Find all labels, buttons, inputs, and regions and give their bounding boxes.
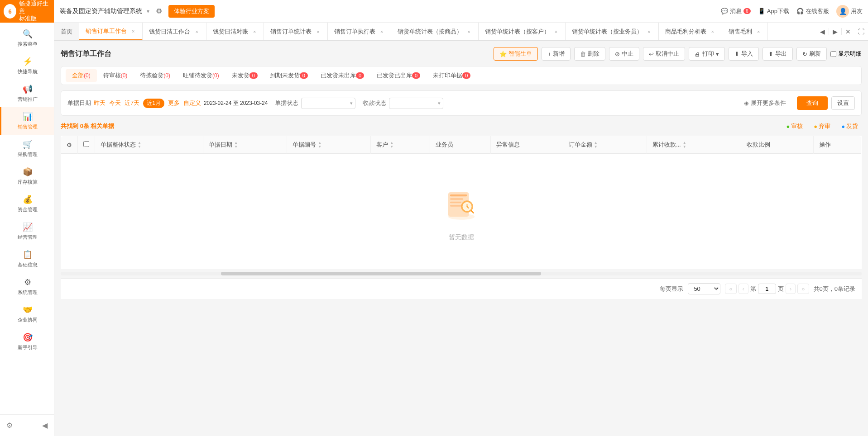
reset-btn[interactable]: 设置 xyxy=(831,96,855,110)
user-menu[interactable]: 👤 用友 xyxy=(836,5,863,18)
date-option-近7天[interactable]: 近7天 xyxy=(125,99,139,107)
tab-cash-daily[interactable]: 钱货日清工作台× xyxy=(143,23,206,40)
show-detail-checkbox[interactable] xyxy=(830,51,836,57)
sidebar-item-basic-info[interactable]: 📋基础信息 xyxy=(0,245,54,273)
sidebar-item-search[interactable]: 🔍搜索菜单 xyxy=(0,24,54,52)
sub-tab-not-printed[interactable]: 未打印单据0 xyxy=(427,69,477,82)
next-page-btn[interactable]: › xyxy=(786,284,796,294)
tab-close-sales-workbench[interactable]: × xyxy=(130,28,136,34)
sub-tab-pending-inspect[interactable]: 待拣验货(0) xyxy=(134,69,177,82)
app-download-btn[interactable]: 📱 App下载 xyxy=(758,7,789,15)
tab-close-cash-reconcile[interactable]: × xyxy=(252,28,257,35)
sidebar-item-purchase[interactable]: 🛒采购管理 xyxy=(0,135,54,162)
industry-btn[interactable]: 体验行业方案 xyxy=(168,5,215,18)
tab-prev-icon[interactable]: ◀ xyxy=(816,28,829,35)
query-btn[interactable]: 查询 xyxy=(797,96,828,110)
col-header-amount[interactable]: 订单金额▲▼ xyxy=(563,136,647,154)
tab-cash-reconcile[interactable]: 钱货日清对账× xyxy=(206,23,264,40)
select-all-checkbox[interactable] xyxy=(83,141,89,147)
cancel-stop-btn[interactable]: ↩ 取消中止 xyxy=(643,47,685,61)
col-header-number[interactable]: 单据编号▲▼ xyxy=(287,136,371,154)
sort-icon-collected[interactable]: ▲▼ xyxy=(683,141,686,149)
date-option-自定义[interactable]: 自定义 xyxy=(183,99,201,107)
revoke-btn[interactable]: ● 弃审 xyxy=(810,120,834,132)
tab-sales-stats-product[interactable]: 销货单统计表（按商品）× xyxy=(391,23,478,40)
tab-expand-icon[interactable]: ⛶ xyxy=(854,23,868,40)
tab-sales-stats-customer[interactable]: 销货单统计表（按客户）× xyxy=(479,23,566,40)
export-btn[interactable]: ⬆ 导出 xyxy=(762,47,793,61)
tab-next-icon[interactable]: ▶ xyxy=(829,28,842,35)
sub-tab-all[interactable]: 全部(0) xyxy=(66,69,97,82)
tab-close-gross-profit[interactable]: × xyxy=(710,28,715,35)
sidebar-item-inventory[interactable]: 📦库存核算 xyxy=(0,162,54,190)
scrollbar-thumb[interactable] xyxy=(221,272,542,275)
message-btn[interactable]: 💬 消息 6 xyxy=(721,7,751,15)
tab-order-execute[interactable]: 销售订单执行表× xyxy=(328,23,391,40)
tab-home[interactable]: 首页 xyxy=(54,23,79,40)
page-size-select[interactable]: 50 20 100 xyxy=(688,283,720,294)
status-select[interactable] xyxy=(301,98,355,109)
sort-icon-date[interactable]: ▲▼ xyxy=(234,141,238,149)
sub-tab-shop-pending-ship[interactable]: 旺铺待发货(0) xyxy=(177,69,225,82)
date-option-昨天[interactable]: 昨天 xyxy=(94,99,106,107)
audit-btn[interactable]: ● 审核 xyxy=(782,120,806,132)
smart-create-btn[interactable]: ⭐ 智能生单 xyxy=(494,47,538,61)
sidebar-item-system[interactable]: ⚙系统管理 xyxy=(0,273,54,300)
col-header-status[interactable]: 单据整体状态▲▼ xyxy=(95,136,203,154)
sidebar-item-quick-nav[interactable]: ⚡快捷导航 xyxy=(0,52,54,80)
add-btn[interactable]: + 新增 xyxy=(542,47,571,61)
sort-icon-amount[interactable]: ▲▼ xyxy=(594,141,598,149)
collapse-icon[interactable]: ◀ xyxy=(40,419,49,431)
ship-btn[interactable]: ● 发货 xyxy=(838,120,862,132)
sub-tab-not-shipped[interactable]: 未发货0 xyxy=(225,69,264,82)
sub-tab-pending-audit[interactable]: 待审核(0) xyxy=(97,69,134,82)
stop-btn[interactable]: ⊘ 中止 xyxy=(609,47,639,61)
expand-filter-btn[interactable]: ⊕ 展开更多条件 xyxy=(744,99,786,107)
sidebar-item-guide[interactable]: 🎯新手引导 xyxy=(0,328,54,355)
tab-sales-more[interactable]: 销售毛利× xyxy=(722,23,768,40)
tab-order-stats[interactable]: 销售订单统计表× xyxy=(264,23,327,40)
col-header-customer[interactable]: 客户▲▼ xyxy=(371,136,430,154)
show-detail-label[interactable]: 显示明细 xyxy=(830,50,862,58)
tab-sales-workbench[interactable]: 销售订单工作台× xyxy=(79,23,143,40)
tab-close-order-stats[interactable]: × xyxy=(315,28,321,35)
sort-icon-status[interactable]: ▲▼ xyxy=(138,141,141,149)
print-btn[interactable]: 🖨 打印 ▾ xyxy=(689,47,725,61)
sub-tab-shipped-not-warehoused[interactable]: 已发货未出库0 xyxy=(314,69,370,82)
tab-close-cash-daily[interactable]: × xyxy=(194,28,199,35)
sub-tab-expired-not-shipped[interactable]: 到期未发货0 xyxy=(264,69,314,82)
last-page-btn[interactable]: » xyxy=(797,284,809,294)
col-header-collected[interactable]: 累计收款...▲▼ xyxy=(647,136,741,154)
sort-icon-number[interactable]: ▲▼ xyxy=(318,141,321,149)
tab-close-order-execute[interactable]: × xyxy=(379,28,384,35)
col-header-date[interactable]: 单据日期▲▼ xyxy=(203,136,287,154)
payment-select[interactable] xyxy=(389,98,443,109)
tab-close-all-icon[interactable]: ✕ xyxy=(842,23,854,40)
date-option-今天[interactable]: 今天 xyxy=(109,99,121,107)
horizontal-scrollbar[interactable] xyxy=(61,272,862,275)
delete-btn[interactable]: 🗑 删除 xyxy=(574,47,605,61)
refresh-btn[interactable]: ↻ 刷新 xyxy=(796,47,827,61)
sidebar-item-enterprise[interactable]: 🤝企业协同 xyxy=(0,300,54,328)
sort-icon-customer[interactable]: ▲▼ xyxy=(390,141,393,149)
tab-close-sales-stats-staff[interactable]: × xyxy=(646,28,652,35)
tab-gross-profit[interactable]: 商品毛利分析表× xyxy=(659,23,722,40)
tab-sales-stats-staff[interactable]: 销货单统计表（按业务员）× xyxy=(566,23,658,40)
page-input[interactable] xyxy=(758,284,776,294)
sidebar-item-marketing[interactable]: 📢营销推广 xyxy=(0,80,54,107)
tab-close-sales-stats-customer[interactable]: × xyxy=(553,28,559,35)
sidebar-item-finance[interactable]: 💰资金管理 xyxy=(0,190,54,218)
date-option-更多[interactable]: 更多 xyxy=(168,99,180,107)
sidebar-item-sales[interactable]: 📊销售管理 xyxy=(0,107,54,135)
prev-page-btn[interactable]: ‹ xyxy=(739,284,748,294)
col-settings-icon[interactable]: ⚙ xyxy=(67,142,72,148)
tab-close-sales-more[interactable]: × xyxy=(756,28,761,35)
sidebar-item-operations[interactable]: 📈经营管理 xyxy=(0,218,54,245)
import-btn[interactable]: ⬇ 导入 xyxy=(729,47,759,61)
online-service-btn[interactable]: 🎧 在线客服 xyxy=(796,7,829,15)
tab-close-sales-stats-product[interactable]: × xyxy=(466,28,471,35)
sub-tab-shipped-warehoused[interactable]: 已发货已出库0 xyxy=(370,69,427,82)
settings-icon[interactable]: ⚙ xyxy=(5,419,14,431)
gear-icon[interactable]: ⚙ xyxy=(154,5,164,17)
date-option-近1月[interactable]: 近1月 xyxy=(143,99,164,108)
